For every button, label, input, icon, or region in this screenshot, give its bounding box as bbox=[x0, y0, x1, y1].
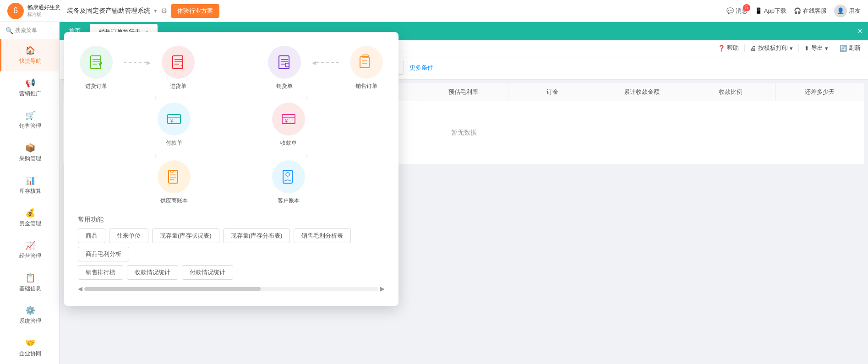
purchase-order-label: 进货订单 bbox=[85, 82, 107, 90]
svg-text:¥: ¥ bbox=[284, 118, 288, 124]
receipt-label: 收款单 bbox=[280, 139, 297, 147]
flow-diagram: 进货订单 ▶ ✓ bbox=[78, 46, 385, 208]
flow-row-2: ¥ 付款单 ¥ 收款单 bbox=[78, 103, 385, 147]
sale-doc-label: 销货单 bbox=[276, 82, 293, 90]
svg-rect-21 bbox=[282, 114, 295, 124]
purchase-doc-label: 进货单 bbox=[170, 82, 186, 90]
svg-point-30 bbox=[286, 173, 289, 176]
flow-node-sale-order: 销售订单 bbox=[348, 46, 385, 90]
sale-order-label: 销售订单 bbox=[355, 82, 377, 90]
flow-row-3: 供应商账本 客户账本 bbox=[78, 160, 385, 205]
svg-rect-14 bbox=[360, 57, 369, 68]
flow-node-customer-ledger: 客户账本 bbox=[270, 160, 307, 205]
func-btn-payment-stats[interactable]: 付款情况统计 bbox=[182, 265, 233, 280]
func-btn-inventory-status[interactable]: 现存量(库存状况表) bbox=[152, 228, 219, 243]
modal-overlay: 进货订单 ▶ ✓ bbox=[0, 0, 868, 364]
purchase-doc-circle: ✓ bbox=[162, 46, 195, 79]
flow-node-receipt: ¥ 收款单 bbox=[270, 103, 307, 147]
supplier-ledger-label: 供应商账本 bbox=[160, 197, 188, 205]
function-buttons-row-2: 销售排行榜 收款情况统计 付款情况统计 bbox=[78, 265, 385, 280]
svg-text:¥: ¥ bbox=[170, 118, 174, 124]
flow-row-1: 进货订单 ▶ ✓ bbox=[78, 46, 385, 90]
func-btn-sales-profit-analysis[interactable]: 销售毛利分析表 bbox=[294, 228, 351, 243]
func-btn-product-profit[interactable]: 商品毛利分析 bbox=[78, 247, 129, 261]
customer-ledger-label: 客户账本 bbox=[278, 197, 300, 205]
func-btn-product[interactable]: 商品 bbox=[78, 228, 105, 243]
svg-rect-18 bbox=[168, 114, 180, 124]
function-buttons-row-1: 商品 往来单位 现存量(库存状况表) 现存量(库存分布表) 销售毛利分析表 商品… bbox=[78, 228, 385, 261]
flow-modal: 进货订单 ▶ ✓ bbox=[64, 32, 399, 306]
flow-down-arrows-row1: ↓ ↓ bbox=[78, 94, 385, 101]
payment-label: 付款单 bbox=[166, 139, 182, 147]
func-btn-sales-ranking[interactable]: 销售排行榜 bbox=[78, 265, 123, 280]
flow-node-supplier-ledger: 供应商账本 bbox=[156, 160, 192, 205]
scroll-right-btn[interactable]: ▶ bbox=[380, 285, 385, 292]
svg-rect-0 bbox=[91, 56, 101, 69]
scrollbar-thumb bbox=[84, 287, 261, 291]
flow-node-payment: ¥ 付款单 bbox=[156, 103, 192, 147]
scroll-left-btn[interactable]: ◀ bbox=[78, 285, 82, 292]
receipt-circle: ¥ bbox=[272, 103, 305, 136]
sale-doc-circle bbox=[268, 46, 301, 79]
bottom-scrollbar: ◀ ▶ bbox=[78, 285, 385, 292]
func-btn-receipt-stats[interactable]: 收款情况统计 bbox=[127, 265, 178, 280]
purchase-order-circle bbox=[80, 46, 113, 79]
svg-text:✓: ✓ bbox=[180, 63, 184, 68]
supplier-ledger-circle bbox=[158, 160, 191, 193]
arrow-sale-order-to-doc: ◀ bbox=[312, 60, 339, 66]
func-btn-counterpart[interactable]: 往来单位 bbox=[109, 228, 148, 243]
scrollbar-track[interactable] bbox=[84, 287, 378, 291]
flow-down-arrows-row2: ↓ ↓ bbox=[78, 152, 385, 158]
common-functions-title: 常用功能 bbox=[78, 216, 385, 224]
flow-node-purchase-doc: ✓ 进货单 bbox=[160, 46, 197, 90]
func-btn-inventory-dist[interactable]: 现存量(库存分布表) bbox=[223, 228, 290, 243]
payment-circle: ¥ bbox=[158, 103, 191, 136]
customer-ledger-circle bbox=[272, 160, 305, 193]
svg-rect-13 bbox=[285, 63, 289, 67]
flow-node-sale-doc: 销货单 bbox=[266, 46, 303, 90]
sale-order-circle bbox=[350, 46, 383, 79]
svg-rect-25 bbox=[170, 170, 173, 172]
arrow-purchase-to-doc: ▶ bbox=[124, 60, 151, 66]
common-functions: 常用功能 商品 往来单位 现存量(库存状况表) 现存量(库存分布表) 销售毛利分… bbox=[78, 216, 385, 280]
flow-node-purchase-order: 进货订单 bbox=[78, 46, 115, 90]
